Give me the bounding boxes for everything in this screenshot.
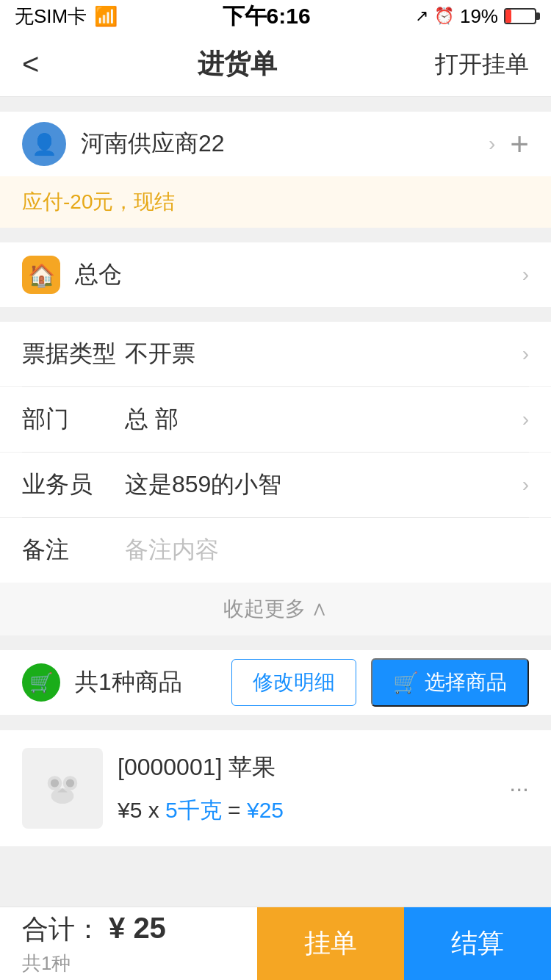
product-icon: 🛒 [22,663,60,702]
ticket-type-chevron-icon: › [522,342,529,366]
product-count: 共1种商品 [75,666,231,699]
remark-label: 备注 [22,534,125,566]
suspend-label: 挂单 [304,926,357,962]
battery-text: 19% [460,5,498,28]
department-chevron-icon: › [522,408,529,431]
warehouse-chevron-icon: › [522,263,529,287]
warehouse-name: 总仓 [75,259,522,291]
suspend-button[interactable]: 挂单 [257,907,404,981]
product-title: 苹果 [228,754,276,780]
collapse-label: 收起更多 ∧ [223,595,328,623]
total-section: 合计： ¥ 25 共1种 [0,912,257,976]
remark-input[interactable]: 备注内容 [125,534,529,566]
status-right: ↗ ⏰ 19% [415,5,536,28]
ticket-type-value: 不开票 [125,338,522,370]
product-info: [0000001] 苹果 ¥5 x 5千克 = ¥25 [118,752,509,826]
product-quantity: 5千克 [165,798,222,822]
section-gap-1 [0,97,551,112]
notice-bar: 应付-20元，现结 [0,176,551,228]
avatar-icon: 👤 [32,132,57,156]
product-code: [0000001] [118,754,222,780]
department-row[interactable]: 部门 总 部 › [0,387,551,452]
alarm-icon: ⏰ [434,7,454,26]
total-label: 合计： [22,914,101,944]
main-content: 👤 河南供应商22 › + 应付-20元，现结 🏠 总仓 › 票据类型 不开票 … [0,97,551,920]
select-product-cart-icon: 🛒 [393,671,419,695]
status-left: 无SIM卡 📶 [15,4,118,29]
salesperson-label: 业务员 [22,469,125,501]
product-more-button[interactable]: ··· [509,775,529,802]
select-product-button[interactable]: 🛒 选择商品 [371,658,529,707]
supplier-chevron-icon: › [489,132,495,156]
section-gap-5 [0,715,551,729]
warehouse-icon: 🏠 [22,256,60,294]
nav-bar: < 进货单 打开挂单 [0,32,551,97]
edit-detail-button[interactable]: 修改明细 [231,659,356,706]
product-header: 🛒 共1种商品 修改明细 🛒 选择商品 [0,650,551,715]
department-value: 总 部 [125,403,522,436]
section-gap-3 [0,307,551,322]
salesperson-value: 这是859的小智 [125,469,522,501]
remark-row[interactable]: 备注 备注内容 [0,518,551,583]
svg-point-3 [66,779,74,787]
warehouse-row[interactable]: 🏠 总仓 › [0,242,551,307]
total-price: ¥ 25 [109,912,166,944]
carrier-text: 无SIM卡 [15,4,87,29]
ticket-type-label: 票据类型 [22,338,125,370]
salesperson-chevron-icon: › [522,473,529,497]
product-price: ¥5 x 5千克 = ¥25 [118,796,509,826]
checkout-label: 结算 [451,926,504,962]
svg-point-2 [51,779,59,787]
supplier-avatar: 👤 [22,122,66,166]
wifi-icon: 📶 [94,5,118,28]
product-multiply: x [148,798,165,822]
status-bar: 无SIM卡 📶 下午6:16 ↗ ⏰ 19% [0,0,551,32]
section-gap-4 [0,635,551,650]
product-name: [0000001] 苹果 [118,752,509,784]
bottom-bar: 合计： ¥ 25 共1种 挂单 结算 [0,907,551,980]
status-time: 下午6:16 [223,1,311,32]
add-supplier-button[interactable]: + [510,126,529,162]
salesperson-row[interactable]: 业务员 这是859的小智 › [0,453,551,517]
total-count: 共1种 [22,951,235,976]
ticket-type-row[interactable]: 票据类型 不开票 › [0,322,551,386]
product-image-placeholder [33,759,92,818]
supplier-row[interactable]: 👤 河南供应商22 › + [0,112,551,176]
product-total: ¥25 [247,798,284,822]
department-label: 部门 [22,403,125,436]
section-gap-2 [0,228,551,242]
location-icon: ↗ [415,7,428,26]
product-unit-price: ¥5 [118,798,142,822]
product-item: [0000001] 苹果 ¥5 x 5千克 = ¥25 ··· [0,730,551,846]
product-thumbnail [22,748,103,829]
collapse-toggle[interactable]: 收起更多 ∧ [0,583,551,635]
page-title: 进货单 [198,46,277,82]
product-equals: = [228,798,247,822]
battery-icon [504,8,536,24]
select-product-label: 选择商品 [425,669,507,696]
total-amount: 合计： ¥ 25 [22,912,235,948]
open-pending-button[interactable]: 打开挂单 [435,48,529,81]
supplier-name: 河南供应商22 [81,128,489,160]
checkout-button[interactable]: 结算 [404,907,551,981]
back-button[interactable]: < [22,48,39,81]
